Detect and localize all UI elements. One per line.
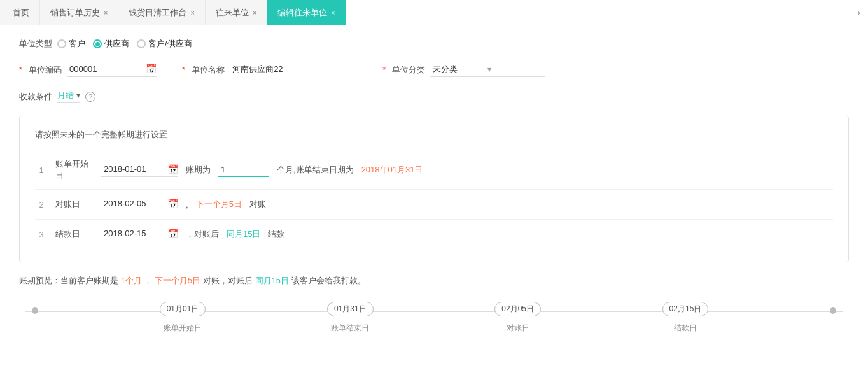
preview-middle1: ， (144, 276, 152, 285)
unit-category-label: 单位分类 (392, 64, 425, 76)
payment-terms-label: 收款条件 (19, 91, 52, 102)
payment-date-input-wrapper: 📅 (101, 227, 178, 241)
unit-category-value: 未分类 (433, 64, 487, 75)
timeline-node-4: 02月15日 结款日 (662, 302, 709, 334)
radio-circle-both (137, 39, 146, 48)
help-icon[interactable]: ? (85, 92, 95, 102)
tl-label-1: 账单开始日 (164, 323, 202, 334)
payment-terms-dropdown[interactable]: 月结 ▾ (57, 90, 80, 103)
end-date-highlight: 2018年01月31日 (361, 164, 423, 176)
unit-type-label: 单位类型 (19, 38, 52, 50)
unit-code-group: * 单位编码 📅 (19, 63, 157, 77)
tab-edit-partner[interactable]: 编辑往来单位 × (267, 0, 346, 25)
settings-section: 请按照未来的一个完整帐期进行设置 1 账单开始日 📅 账期为 个月,账单结束日期… (19, 116, 849, 262)
reconcile-suffix: 对账 (249, 199, 266, 210)
preview-part2: 下一个月5日 (155, 276, 200, 285)
start-date-input[interactable] (101, 163, 165, 175)
row-label-1: 账单开始日 (55, 158, 94, 181)
row-num-1: 1 (35, 165, 48, 175)
tl-label-2: 账单结束日 (331, 323, 369, 334)
month-suffix: 个月,账单结束日期为 (277, 164, 354, 176)
required-star: * (19, 65, 22, 74)
tab-home[interactable]: 首页 (0, 0, 40, 25)
payment-terms-group: 收款条件 月结 ▾ ? (19, 90, 95, 103)
preview-middle2: 对账，对账后 (203, 276, 255, 285)
row-num-3: 3 (35, 230, 48, 239)
radio-customer-label: 客户 (69, 38, 85, 50)
section-title: 请按照未来的一个完整帐期进行设置 (35, 129, 833, 141)
preview-suffix: 该客户会给我打款。 (291, 276, 366, 285)
setting-row-1: 1 账单开始日 📅 账期为 个月,账单结束日期为 2018年01月31日 (35, 151, 833, 190)
tab-partner-unit[interactable]: 往来单位 × (206, 0, 267, 25)
reconcile-date-input-wrapper: 📅 (101, 197, 178, 211)
tab-cash-work[interactable]: 钱货日清工作台 × (118, 0, 205, 25)
preview-prefix: 账期预览：当前客户账期是 (19, 276, 118, 285)
timeline-right-dot (830, 302, 836, 314)
unit-code-input[interactable] (67, 63, 143, 75)
start-date-input-wrapper: 📅 (101, 163, 178, 177)
unit-type-group: 单位类型 客户 供应商 客户/供应商 (19, 38, 192, 50)
payment-terms-value: 月结 (57, 90, 74, 101)
payment-prefix: ，对账后 (186, 229, 219, 240)
reconcile-prefix: , (186, 200, 188, 209)
radio-both[interactable]: 客户/供应商 (137, 38, 192, 50)
timeline-left-dot (32, 302, 38, 314)
radio-circle-supplier (93, 39, 102, 48)
timeline-node-1: 01月01日 账单开始日 (160, 302, 206, 334)
required-star: * (182, 65, 185, 74)
radio-both-label: 客户/供应商 (148, 38, 192, 50)
timeline-node-3: 02月05日 对账日 (494, 302, 541, 334)
expand-icon[interactable]: › (850, 7, 868, 18)
unit-code-label: 单位编码 (29, 64, 62, 76)
tab-home-label: 首页 (13, 7, 29, 18)
timeline-nodes: 01月01日 账单开始日 01月31日 账单结束日 02月05日 对账日 02月… (32, 302, 836, 334)
tabs-bar: 首页 销售订单历史 × 钱货日清工作台 × 往来单位 × 编辑往来单位 × › (0, 0, 868, 25)
timeline-container: 01月01日 账单开始日 01月31日 账单结束日 02月05日 对账日 02月… (19, 302, 849, 334)
radio-group: 客户 供应商 客户/供应商 (57, 38, 192, 50)
tab-sales-history[interactable]: 销售订单历史 × (40, 0, 118, 25)
row-num-2: 2 (35, 200, 48, 209)
calendar-icon[interactable]: 📅 (146, 64, 157, 74)
radio-circle-customer (57, 39, 66, 48)
payment-terms-row: 收款条件 月结 ▾ ? (19, 90, 849, 103)
tl-badge-4: 02月15日 (662, 302, 709, 316)
calendar-icon[interactable]: 📅 (167, 199, 178, 209)
radio-customer[interactable]: 客户 (57, 38, 85, 50)
period-label: 账期为 (186, 164, 211, 176)
close-icon[interactable]: × (253, 9, 256, 17)
setting-row-2: 2 对账日 📅 , 下一个月5日 对账 (35, 190, 833, 220)
unit-name-input[interactable] (230, 64, 357, 76)
unit-info-row: * 单位编码 📅 * 单位名称 * 单位分类 未分类 ▾ (19, 62, 849, 77)
reconcile-date-input[interactable] (101, 197, 165, 209)
row-label-3: 结款日 (55, 229, 94, 240)
tab-partner-unit-label: 往来单位 (216, 7, 249, 18)
tab-cash-work-label: 钱货日清工作台 (129, 7, 186, 18)
chevron-down-icon: ▾ (487, 65, 542, 74)
unit-name-label: 单位名称 (192, 64, 225, 76)
tl-dot-right (830, 307, 836, 314)
tl-badge-2: 01月31日 (327, 302, 374, 316)
tl-dot-left (32, 307, 38, 314)
preview-part1: 1个月 (121, 276, 142, 285)
unit-type-row: 单位类型 客户 供应商 客户/供应商 (19, 38, 849, 50)
preview-part3: 同月15日 (255, 276, 289, 285)
payment-date-input[interactable] (101, 227, 165, 239)
timeline-node-2: 01月31日 账单结束日 (327, 302, 374, 334)
row-label-2: 对账日 (55, 199, 94, 210)
close-icon[interactable]: × (331, 9, 335, 17)
close-icon[interactable]: × (190, 9, 194, 17)
unit-category-dropdown[interactable]: 未分类 ▾ (430, 62, 545, 77)
close-icon[interactable]: × (104, 9, 108, 17)
unit-code-input-wrapper: 📅 (67, 63, 157, 77)
month-input[interactable] (218, 164, 269, 177)
required-star: * (382, 65, 386, 74)
radio-supplier[interactable]: 供应商 (93, 38, 129, 50)
tl-label-4: 结款日 (674, 323, 697, 334)
calendar-icon[interactable]: 📅 (167, 229, 178, 239)
chevron-down-icon: ▾ (76, 91, 80, 100)
tl-label-3: 对账日 (507, 323, 529, 334)
tab-sales-history-label: 销售订单历史 (50, 7, 100, 18)
tl-badge-3: 02月05日 (494, 302, 541, 316)
calendar-icon[interactable]: 📅 (167, 164, 178, 174)
main-content: 单位类型 客户 供应商 客户/供应商 * 单位编码 (0, 25, 868, 387)
